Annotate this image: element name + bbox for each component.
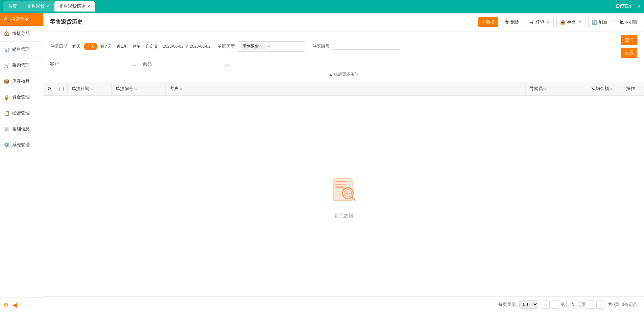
sidebar-item-finance-label: 资金管理 <box>12 94 30 100</box>
delete-button[interactable]: 🗑 删除 <box>501 17 523 27</box>
add-button[interactable]: + 新增 <box>478 17 498 27</box>
th-settings[interactable]: ⚙ <box>43 83 55 95</box>
search-icon: 🔍 <box>3 17 9 22</box>
goods-input[interactable] <box>154 61 222 67</box>
sidebar-item-quick-nav-label: 快捷导航 <box>12 30 30 37</box>
export-icon: 📤 <box>560 20 566 25</box>
delete-label: 删除 <box>510 19 519 25</box>
refresh-button[interactable]: 🔄 刷新 <box>588 17 611 27</box>
page-next-btn[interactable]: › <box>587 300 595 309</box>
tab-retail-return-history[interactable]: 零售退货历史 × <box>54 1 95 12</box>
settings-bottom-icon[interactable]: ⚙ <box>3 301 9 309</box>
sidebar-item-purchase-mgmt[interactable]: 🛒 采购管理 <box>0 58 43 73</box>
tab-retail-return-close[interactable]: × <box>47 4 49 9</box>
svg-rect-1 <box>335 181 347 182</box>
print-label: 打印 <box>535 19 544 25</box>
sidebar-item-sales-mgmt[interactable]: 📊 销售管理 <box>0 42 43 58</box>
th-doc-num-label: 单据编号 <box>116 86 133 92</box>
per-page-label: 每页显示 <box>498 302 516 308</box>
th-ops-label: 操作 <box>626 86 635 92</box>
sidebar-item-system-mgmt[interactable]: ⚙️ 系统管理 <box>0 137 43 153</box>
print-button[interactable]: 🖨 打印 ▼ <box>526 17 554 27</box>
refresh-icon: 🔄 <box>592 20 597 25</box>
th-guide[interactable]: 导购员 ⇅ <box>526 82 576 95</box>
collapse-text: 收起更多条件 <box>334 71 358 77</box>
date-options: 昨天 今天 近7天 近1月 更多 自定义 <box>70 43 160 50</box>
collapse-button[interactable]: ▲ 收起更多条件 <box>326 70 362 79</box>
goods-label: 商品 <box>143 61 152 67</box>
date-btn-more[interactable]: 更多 <box>130 43 142 50</box>
page-first-btn[interactable]: « <box>542 300 550 309</box>
goods-dots[interactable]: ... <box>225 61 229 67</box>
th-doc-date-label: 单据日期 <box>72 86 89 92</box>
svg-rect-3 <box>335 186 344 188</box>
doc-num-label: 单据编号 <box>312 43 330 49</box>
sidebar-item-finance-mgmt[interactable]: 🔒 资金管理 <box>0 89 43 105</box>
date-label: 单据日期 <box>50 43 68 49</box>
th-checkbox[interactable] <box>55 83 68 94</box>
tab-retail-return-history-close[interactable]: × <box>88 4 90 9</box>
query-button[interactable]: 查询 <box>621 35 637 45</box>
top-bar-actions: OfTEn × <box>613 3 641 10</box>
tab-retail-return-label: 零售退货 <box>27 3 45 9</box>
page-input[interactable] <box>566 301 580 308</box>
table-area: ⚙ 单据日期 ⇅ 单据编号 ⇅ 客户 ⇅ 导购员 <box>43 82 644 296</box>
date-btn-yesterday[interactable]: 昨天 <box>70 43 82 50</box>
tab-home[interactable]: 首页 <box>3 1 22 12</box>
sidebar-item-quick-nav[interactable]: 🏠 快捷导航 <box>0 26 43 42</box>
select-all-checkbox[interactable] <box>59 87 64 91</box>
page-prev-btn[interactable]: ‹ <box>551 300 559 309</box>
delete-icon: 🗑 <box>505 20 509 25</box>
sidebar-item-sales-label: 销售管理 <box>12 46 30 52</box>
sidebar-search[interactable]: 🔍 搜索菜单 <box>0 13 43 26</box>
page-last-btn[interactable]: » <box>596 300 604 309</box>
setting-button[interactable]: 设置 <box>621 48 637 58</box>
total-info: 共0页, 0条记录 <box>608 302 637 308</box>
tab-retail-return[interactable]: 零售退货 × <box>22 1 54 12</box>
export-dropdown-icon: ▼ <box>578 20 582 24</box>
sidebar-item-basic-info[interactable]: 📰 基础信息 <box>0 121 43 137</box>
sidebar-item-purchase-label: 采购管理 <box>12 62 30 68</box>
tab-retail-return-history-label: 零售退货历史 <box>59 3 86 9</box>
sidebar-search-label: 搜索菜单 <box>11 16 29 22</box>
empty-illustration <box>327 174 361 207</box>
date-btn-last1m[interactable]: 近1月 <box>115 43 129 50</box>
doc-type-tag-text: 零售退货 <box>243 44 259 49</box>
th-doc-num[interactable]: 单据编号 ⇅ <box>112 82 166 95</box>
page-input-wrap: 第 页 <box>560 301 586 308</box>
goods-filter: 商品 ... <box>143 61 229 67</box>
th-customer-label: 客户 <box>170 86 178 92</box>
page-actions: + 新增 🗑 删除 🖨 打印 ▼ 📤 导出 ▼ 🔄 刷新 <box>478 17 637 27</box>
doc-type-select[interactable]: 零售退货 × ▼ <box>238 41 305 52</box>
collapse-up-icon: ▲ <box>329 72 333 77</box>
customer-input[interactable] <box>62 61 129 67</box>
th-doc-date[interactable]: 单据日期 ⇅ <box>68 82 112 95</box>
pagination: 每页显示 10 20 50 100 « ‹ 第 页 › » 共0页, 0条记录 <box>43 296 644 312</box>
date-btn-custom[interactable]: 自定义 <box>144 43 160 50</box>
date-btn-today[interactable]: 今天 <box>84 43 97 50</box>
th-ops: 操作 <box>617 82 644 95</box>
th-amount[interactable]: 实销金额 ⇅ <box>576 82 617 95</box>
doc-type-tag-close[interactable]: × <box>260 44 263 49</box>
customer-filter: 客户 ... <box>50 61 136 67</box>
th-customer[interactable]: 客户 ⇅ <box>166 82 526 95</box>
window-close-icon[interactable]: × <box>637 3 641 10</box>
th-doc-num-sort: ⇅ <box>134 87 137 91</box>
th-guide-sort: ⇅ <box>544 87 547 91</box>
sidebar-item-operation-mgmt[interactable]: 📋 经营管理 <box>0 105 43 121</box>
doc-type-label: 单据类型 <box>217 43 235 49</box>
sidebar-item-inventory[interactable]: 📦 库存核算 <box>0 73 43 89</box>
doc-num-input[interactable] <box>332 43 400 50</box>
settings-col-icon: ⚙ <box>47 86 51 91</box>
show-detail-checkbox[interactable] <box>614 20 618 24</box>
page-nav: « ‹ 第 页 › » <box>542 300 604 309</box>
main-layout: 🔍 搜索菜单 🏠 快捷导航 📊 销售管理 🛒 采购管理 📦 库存核算 🔒 资金管… <box>0 13 644 312</box>
th-guide-label: 导购员 <box>530 86 543 92</box>
export-button[interactable]: 📤 导出 ▼ <box>556 17 586 27</box>
print-icon: 🖨 <box>529 20 534 25</box>
empty-state: 暂无数据 <box>43 96 644 296</box>
customer-dots[interactable]: ... <box>132 61 136 67</box>
per-page-select[interactable]: 10 20 50 100 <box>519 300 538 309</box>
date-btn-last7[interactable]: 近7天 <box>99 43 113 50</box>
collapse-sidebar-icon[interactable]: ◀ <box>12 301 17 309</box>
